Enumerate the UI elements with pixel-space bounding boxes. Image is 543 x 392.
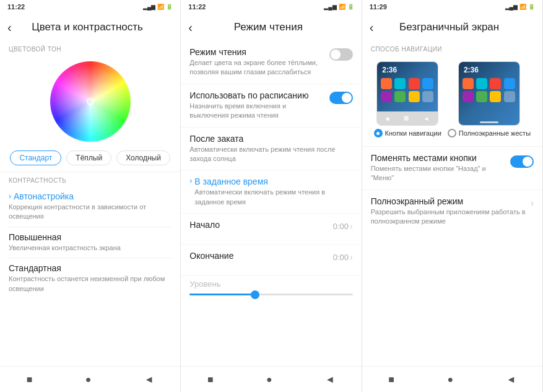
level-label: Уровень <box>189 279 352 289</box>
set-time-title: В заданное время <box>194 176 352 186</box>
schedule-title: Использовать по расписанию <box>189 90 323 100</box>
nav-circle-2[interactable]: ● <box>266 374 272 385</box>
status-icons-3: ▂▄▆ 📶 🔋 <box>505 4 535 10</box>
contrast-standard[interactable]: Стандартная Контрастность останется неиз… <box>0 258 180 298</box>
mock-icon-8 <box>422 91 433 102</box>
mock-grid-2 <box>461 76 517 105</box>
mock-icon-16 <box>504 91 515 102</box>
tone-btn-standard[interactable]: Стандарт <box>10 150 61 165</box>
tone-btn-cold[interactable]: Холодный <box>116 150 170 165</box>
reading-mode-title: Режим чтения <box>189 47 323 57</box>
fullscreen-content: Полноэкранный режим Разрешить выбранным … <box>371 196 531 227</box>
fullscreen-item[interactable]: Полноэкранный режим Разрешить выбранным … <box>362 190 542 233</box>
set-time-item[interactable]: › В заданное время Автоматически включат… <box>181 170 361 214</box>
status-time-3: 11:29 <box>370 3 387 11</box>
start-time-value: 0:00 › <box>333 221 353 231</box>
mock-icon-7 <box>409 91 420 102</box>
mock-icon-4 <box>422 78 433 89</box>
reading-mode-toggle[interactable] <box>329 48 353 61</box>
start-time-label: Начало <box>189 220 326 230</box>
status-time-1: 11:22 <box>7 3 25 11</box>
mock-icon-12 <box>504 78 515 89</box>
nav-bar-square: ■ <box>386 115 389 122</box>
nav-preview-1[interactable]: 2:36 ■ <box>376 61 438 126</box>
panel-reading: 11:22 ▂▄▆ 📶 🔋 ‹ Режим чтения Режим чтени… <box>181 0 362 392</box>
nav-option-2[interactable]: 2:36 <box>448 61 531 137</box>
nav-back-2[interactable]: ◄ <box>325 374 335 385</box>
nav-option2-label: Полноэкранные жесты <box>459 129 531 137</box>
swap-toggle[interactable] <box>510 155 534 168</box>
mock-icon-1 <box>381 78 392 89</box>
contrast-high[interactable]: Повышенная Увеличенная контрастность экр… <box>0 227 180 258</box>
end-time-value: 0:00 › <box>333 252 353 262</box>
tone-buttons: Стандарт Тёплый Холодный <box>0 147 180 172</box>
header-1: ‹ Цвета и контрастность <box>0 14 180 41</box>
level-track[interactable] <box>189 294 352 295</box>
panel-colors: 11:22 ▂▄▆ 📶 🔋 ‹ Цвета и контрастность ЦВ… <box>0 0 181 392</box>
color-wheel-center <box>87 98 94 105</box>
nav-preview-2[interactable]: 2:36 <box>458 61 520 126</box>
sunset-title: После заката <box>189 134 346 144</box>
nav-preview-row: 2:36 ■ <box>362 55 542 144</box>
bottom-nav-1: ■ ● ◄ <box>0 366 180 392</box>
nav-square-1[interactable]: ■ <box>27 374 33 385</box>
reading-mode-desc: Делает цвета на экране более тёплыми, по… <box>189 58 323 77</box>
gesture-bar <box>480 121 498 123</box>
end-time-label: Окончание <box>189 251 326 261</box>
panel-borderless: 11:29 ▂▄▆ 📶 🔋 ‹ Безграничный экран СПОСО… <box>362 0 543 392</box>
mock-icon-15 <box>490 91 501 102</box>
nav-circle-3[interactable]: ● <box>447 374 453 385</box>
nav-square-3[interactable]: ■ <box>388 374 394 385</box>
schedule-toggle[interactable] <box>329 92 353 104</box>
nav-circle-1[interactable]: ● <box>85 374 92 385</box>
wifi-icon-2: 📶 <box>339 4 345 10</box>
chevron-auto: › <box>9 192 11 201</box>
mock-icon-13 <box>463 91 474 102</box>
mock-time-2: 2:36 <box>461 64 517 76</box>
end-time-item[interactable]: Окончание 0:00 › <box>181 245 361 276</box>
swap-title: Поменять местами кнопки <box>371 153 510 163</box>
page-title-3: Безграничный экран <box>381 21 518 33</box>
status-bar-2: 11:22 ▂▄▆ 📶 🔋 <box>181 0 361 14</box>
sunset-item: После заката Автоматически включать режи… <box>181 128 361 171</box>
back-button-2[interactable]: ‹ <box>188 20 193 35</box>
radio-selected-1 <box>374 129 383 137</box>
swap-setting: Поменять местами кнопки Поменять местами… <box>362 147 542 190</box>
scroll-content-2: Режим чтения Делает цвета на экране боле… <box>181 41 361 366</box>
tone-btn-warm[interactable]: Тёплый <box>66 150 111 165</box>
nav-bar-1: ■ ◄ <box>377 111 438 125</box>
nav-option1-label: Кнопки навигации <box>385 129 441 137</box>
nav-back-1[interactable]: ◄ <box>144 374 154 385</box>
mock-icon-9 <box>463 78 474 89</box>
status-icons-2: ▂▄▆ 📶 🔋 <box>324 4 354 10</box>
nav-label-row-1: Кнопки навигации <box>374 129 441 137</box>
end-chevron: › <box>350 252 353 262</box>
mock-icon-6 <box>394 91 406 102</box>
back-button-1[interactable]: ‹ <box>7 20 12 35</box>
fullscreen-title: Полноэкранный режим <box>371 196 531 206</box>
start-chevron: › <box>350 221 353 231</box>
fullscreen-desc: Разрешить выбранным приложениям работать… <box>371 207 531 227</box>
schedule-item: Использовать по расписанию Назначить вре… <box>181 84 361 128</box>
contrast-high-desc: Увеличенная контрастность экрана <box>9 243 172 253</box>
swap-content: Поменять местами кнопки Поменять местами… <box>371 153 510 183</box>
nav-option-1[interactable]: 2:36 ■ <box>374 61 441 137</box>
color-wheel-container <box>0 55 180 147</box>
back-button-3[interactable]: ‹ <box>370 20 374 35</box>
header-2: ‹ Режим чтения <box>181 14 361 41</box>
nav-screen-2: 2:36 <box>459 62 519 125</box>
color-wheel[interactable] <box>50 61 131 142</box>
mock-icon-10 <box>476 78 487 89</box>
nav-square-2[interactable]: ■ <box>207 374 214 385</box>
page-title-2: Режим чтения <box>200 21 337 33</box>
nav-screen-1: 2:36 <box>377 62 438 111</box>
schedule-desc: Назначить время включения и выключения р… <box>189 102 323 121</box>
mock-time-1: 2:36 <box>380 64 435 76</box>
start-time-item[interactable]: Начало 0:00 › <box>181 214 361 245</box>
page-title-1: Цвета и контрастность <box>19 21 156 33</box>
set-time-sub: › В заданное время Автоматически включат… <box>189 176 352 207</box>
contrast-auto[interactable]: › Автонастройка Коррекция контрастности … <box>0 186 180 227</box>
nav-back-3[interactable]: ◄ <box>506 374 516 385</box>
contrast-high-title: Повышенная <box>9 232 172 242</box>
contrast-standard-desc: Контрастность останется неизменной при л… <box>9 274 172 294</box>
